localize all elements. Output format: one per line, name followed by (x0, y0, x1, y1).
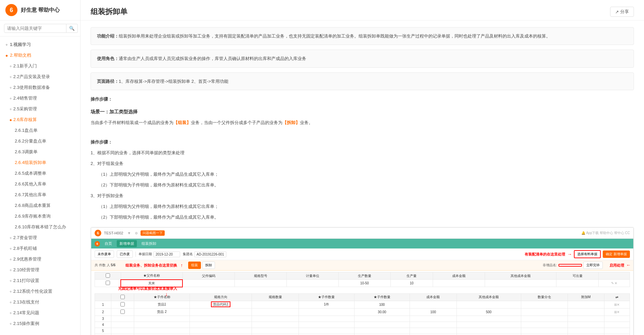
role-label: 使用角色： (97, 56, 119, 61)
sidebar-item-docs[interactable]: ● 2.帮助文档 (0, 50, 80, 61)
parent-qty-cell: 10 (390, 280, 433, 287)
sidebar-item-transfer[interactable]: 2.6.3调拨单 (0, 147, 80, 157)
logo-text: 好生意 帮助中心 (21, 7, 60, 14)
sidebar-item-online[interactable]: + 2.13在线支付 (0, 297, 80, 308)
sidebar-item-video[interactable]: + 1.视频学习 (0, 39, 80, 50)
sidebar-item-purchase[interactable]: + 2.5采购管理 (0, 104, 80, 114)
sidebar-item-assembly[interactable]: 2.6.4组装拆卸单 (0, 157, 80, 168)
fake-top-nav: 6 自页 新增单据 组装拆卸 (91, 239, 633, 248)
sidebar-item-label: 2.6.2分量盘点单 (15, 138, 46, 144)
del-icon[interactable]: ✕ (617, 303, 620, 306)
sidebar-item-label: 2.6.9库存账本查询 (15, 213, 51, 219)
search-input[interactable] (4, 24, 66, 33)
child-specdir-1: 货品代码1 (190, 301, 252, 308)
steps-content: 操作步骤： 场景一：加工类型选择 当由多个子件材料组装成一个成品的业务为【组装】… (91, 95, 634, 222)
fake-btn-confirm[interactable]: 确定 新增单据 (603, 250, 630, 258)
fake-nav-new[interactable]: 新增单据 (117, 240, 137, 247)
fake-enable-text: 非增品名: (543, 263, 557, 268)
fake-date-label: 单据日期 (139, 252, 152, 257)
row-checkbox[interactable] (120, 310, 125, 314)
sidebar-item-stockquery[interactable]: 2.6.9库存账本查询 (0, 211, 80, 222)
plus-icon: + (9, 257, 12, 262)
child-qty2-2: 30.00 (354, 308, 410, 316)
sidebar-item-stocktake[interactable]: 2.6.1盘点单 (0, 125, 80, 136)
sidebar-item-label: 2.6.3调拨单 (15, 149, 38, 155)
share-label: 分享 (620, 9, 629, 15)
annotation3-label: 组装业务、拆卸业务在这里切换 (125, 263, 177, 268)
sidebar-item-cases[interactable]: + 2.15操作案例 (0, 318, 80, 329)
bth-extra: 附加M (568, 293, 604, 301)
search-button[interactable]: 🔍 (66, 24, 78, 33)
fake-btn-select-bill[interactable]: 选择有料单据 (574, 250, 601, 258)
share-button[interactable]: ↗ 分享 (610, 7, 634, 17)
fake-btn-disassembly-type[interactable]: 拆卸 (202, 262, 215, 269)
table-row: 2 货品 2 30.00 100 500 (95, 308, 630, 316)
th-checkbox (95, 272, 121, 280)
row-checkbox[interactable] (106, 281, 110, 285)
main-content: 组装拆卸单 ↗ 分享 功能介绍：组装拆卸单用来处理企业组装或拆卸等加工业务，支持… (80, 0, 644, 335)
sidebar-item-install[interactable]: + 2.2产品安装及登录 (0, 71, 80, 82)
sidebar-nav: + 1.视频学习 ● 2.帮助文档 + 2.1新手入门 + 2.2产品安装及登录… (0, 37, 80, 335)
fake-btn-voided[interactable]: 已作废 (117, 250, 133, 258)
fake-subtoolbar: 共 件数 人 5/6 组装业务、拆卸业务在这里切换 ↑ 组装 拆卸 非增品名: (91, 260, 633, 271)
plus-icon: + (9, 85, 12, 90)
fake-btn-assembly-type[interactable]: 组装 (188, 262, 201, 269)
sidebar-item-label: 2.6库存核算 (13, 117, 37, 123)
expand-icon: + (5, 42, 8, 47)
edit-icon[interactable]: ✎ (611, 281, 614, 285)
search-box: 🔍 (0, 20, 80, 37)
sidebar-item-otherin[interactable]: 2.6.6其他入库单 (0, 179, 80, 189)
row-checkbox[interactable] (120, 302, 125, 306)
annotation1-arrow: → (567, 252, 572, 257)
bth-child-name: ★子件名称 (134, 293, 190, 301)
bth-batch: 数量分仓 (521, 293, 568, 301)
sidebar-item-mobile[interactable]: + 2.8手机旺铺 (0, 243, 80, 254)
sidebar-item-label: 2.5采购管理 (13, 106, 37, 112)
sidebar-item-otherout[interactable]: 2.6.7其他出库单 (0, 189, 80, 200)
sidebar-item-costcalc[interactable]: 2.6.8商品成本重算 (0, 200, 80, 211)
sidebar-item-costadj[interactable]: 2.6.5成本调整单 (0, 168, 80, 179)
delete-icon[interactable]: ✕ (614, 281, 617, 285)
bth-num (95, 293, 111, 301)
plus-icon: + (9, 300, 12, 305)
fake-nav-assembly[interactable]: 组装拆卸 (139, 240, 159, 247)
table-row: 1 货品1 货品代码1 1件 100 (95, 301, 630, 308)
select-all-bottom[interactable] (120, 295, 125, 299)
parent-prodqty-cell: 10-50 (338, 280, 390, 287)
sidebar-item-print[interactable]: + 2.11打印设置 (0, 275, 80, 286)
share-icon: ↗ (615, 9, 619, 14)
plus-icon: + (9, 64, 12, 69)
child-qty1-1: 1件 (299, 301, 354, 308)
sidebar-item-label: 2.13在线支付 (13, 299, 39, 305)
fake-count-label: 共 件数 人 5/6 (95, 263, 115, 268)
sidebar-item-newbie[interactable]: + 2.1新手入门 (0, 61, 80, 71)
bth-spec-dir: 规格方向 (190, 293, 252, 301)
fake-type-switch: 组装 拆卸 (188, 262, 215, 269)
fake-btn-draft[interactable]: 未作废单 (95, 250, 114, 258)
sidebar-item-coupon[interactable]: + 2.9优惠券管理 (0, 254, 80, 265)
fake-confirm-btn[interactable]: 立即完毕 (583, 262, 603, 269)
sidebar-item-label: 2.11打印设置 (13, 278, 39, 284)
select-all-top[interactable] (106, 273, 110, 278)
sidebar-item-stockerr[interactable]: 2.6.10库存账本错了怎么办 (0, 222, 80, 232)
plus-icon: + (9, 268, 12, 273)
fake-nav-home[interactable]: 自页 (102, 240, 115, 247)
content-header: 组装拆卸单 ↗ 分享 (80, 0, 644, 20)
sidebar-item-sales[interactable]: + 2.4销售管理 (0, 93, 80, 104)
sidebar-item-inventory[interactable]: ● 2.6库存核算 (0, 114, 80, 125)
path-text: 1、库存核算->库存管理->组装拆卸单 2、首页->常用功能 (119, 79, 228, 84)
sidebar-item-label: 2.7资金管理 (13, 235, 37, 241)
sidebar-item-finance[interactable]: + 2.7资金管理 (0, 232, 80, 243)
sidebar-item-faq[interactable]: + 2.14常见问题 (0, 308, 80, 318)
fake-enable-field[interactable] (558, 264, 582, 267)
fake-field-date: 单据日期 2019-12-20 (139, 252, 180, 257)
sidebar-item-stocktake2[interactable]: 2.6.2分量盘点单 (0, 136, 80, 147)
sidebar-item-settings[interactable]: + 2.12系统个性化设置 (0, 286, 80, 297)
th-prod-count: 生产量 (390, 272, 433, 280)
table-row: 4 (95, 322, 630, 328)
sidebar-item-label: 2.15操作案例 (13, 321, 39, 327)
sidebar-item-prepare[interactable]: + 2.3使用前数据准备 (0, 82, 80, 93)
fake-topbar-icons: 🔔 App下载 帮助中心 帮中心 CC (581, 231, 630, 235)
sidebar-item-operation[interactable]: + 2.10经营管理 (0, 265, 80, 275)
del-icon[interactable]: ✕ (617, 310, 620, 314)
